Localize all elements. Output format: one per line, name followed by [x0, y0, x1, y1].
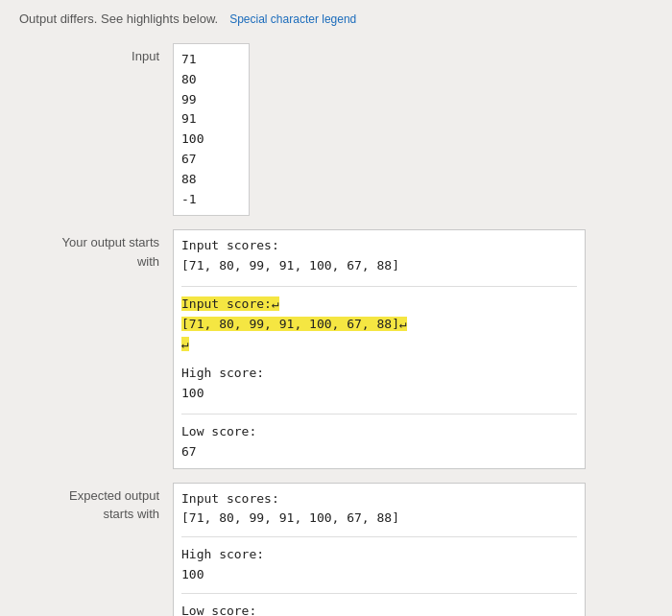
your-output-block4: Low score: 67: [181, 422, 577, 462]
expected-block2: High score: 100: [181, 545, 577, 585]
your-output-b2-l2: [71, 80, 99, 91, 100, 67, 88]↵: [181, 315, 577, 335]
input-box: 71 80 99 91 100 67 88 -1: [173, 43, 250, 216]
your-output-label-line1: Your output starts: [62, 235, 159, 249]
input-label: Input: [19, 43, 173, 66]
your-output-b4-l2: 67: [181, 442, 577, 462]
expected-label-line1: Expected output: [69, 488, 159, 503]
your-output-content: Input scores: [71, 80, 99, 91, 100, 67, …: [173, 229, 653, 468]
input-val-2: 80: [181, 70, 241, 90]
your-output-block2: Input score:↵ [71, 80, 99, 91, 100, 67, …: [181, 295, 577, 354]
your-output-b3-l2: 100: [181, 384, 577, 404]
highlight-array: [71, 80, 99, 91, 100, 67, 88]↵: [181, 317, 407, 331]
expected-output-content: Input scores: [71, 80, 99, 91, 100, 67, …: [173, 483, 653, 616]
expected-block3: Low score: 67: [181, 602, 577, 616]
highlight-input-score: Input score:↵: [181, 296, 279, 311]
your-output-label-line2: with: [137, 254, 159, 269]
input-val-8: -1: [181, 190, 241, 210]
your-output-section: Your output starts with Input scores: [7…: [19, 229, 653, 468]
input-val-3: 99: [181, 90, 241, 110]
your-output-b3-l1: High score:: [181, 364, 577, 384]
expected-output-box: Input scores: [71, 80, 99, 91, 100, 67, …: [173, 483, 586, 616]
expected-block1: Input scores: [71, 80, 99, 91, 100, 67, …: [181, 489, 577, 530]
your-output-b1-l2: [71, 80, 99, 91, 100, 67, 88]: [181, 256, 577, 276]
special-char-link[interactable]: Special character legend: [229, 12, 356, 26]
input-content: 71 80 99 91 100 67 88 -1: [173, 43, 653, 216]
divider2: [181, 414, 577, 415]
expected-divider1: [181, 536, 577, 537]
expected-divider2: [181, 593, 577, 594]
expected-b1-l1: Input scores:: [181, 489, 577, 509]
input-val-4: 91: [181, 109, 241, 130]
your-output-b4-l1: Low score:: [181, 422, 577, 442]
input-val-1: 71: [181, 50, 241, 70]
your-output-block3: High score: 100: [181, 364, 577, 404]
expected-b3-l1: Low score:: [181, 602, 577, 616]
your-output-label: Your output starts with: [19, 229, 173, 271]
diff-message: Output differs. See highlights below.: [19, 12, 218, 26]
expected-b2-l1: High score:: [181, 545, 577, 565]
your-output-b2-l1: Input score:↵: [181, 295, 577, 315]
your-output-b1-l1: Input scores:: [181, 236, 577, 256]
expected-output-section: Expected output starts with Input scores…: [19, 483, 653, 616]
input-val-6: 67: [181, 150, 241, 170]
input-section: Input 71 80 99 91 100 67 88 -1: [19, 43, 653, 216]
top-bar: Output differs. See highlights below. Sp…: [19, 12, 653, 26]
divider1: [181, 286, 577, 287]
expected-b1-l2: [71, 80, 99, 91, 100, 67, 88]: [181, 509, 577, 529]
expected-output-label: Expected output starts with: [19, 483, 173, 524]
your-output-box: Input scores: [71, 80, 99, 91, 100, 67, …: [173, 229, 586, 468]
highlight-newline: ↵: [181, 337, 189, 351]
your-output-block1: Input scores: [71, 80, 99, 91, 100, 67, …: [181, 236, 577, 276]
expected-b2-l2: 100: [181, 565, 577, 585]
content-area: Input 71 80 99 91 100 67 88 -1 Your outp…: [19, 43, 653, 616]
your-output-b2-l3: ↵: [181, 335, 577, 355]
input-val-7: 88: [181, 170, 241, 190]
input-val-5: 100: [181, 130, 241, 150]
expected-label-line2: starts with: [103, 507, 159, 521]
